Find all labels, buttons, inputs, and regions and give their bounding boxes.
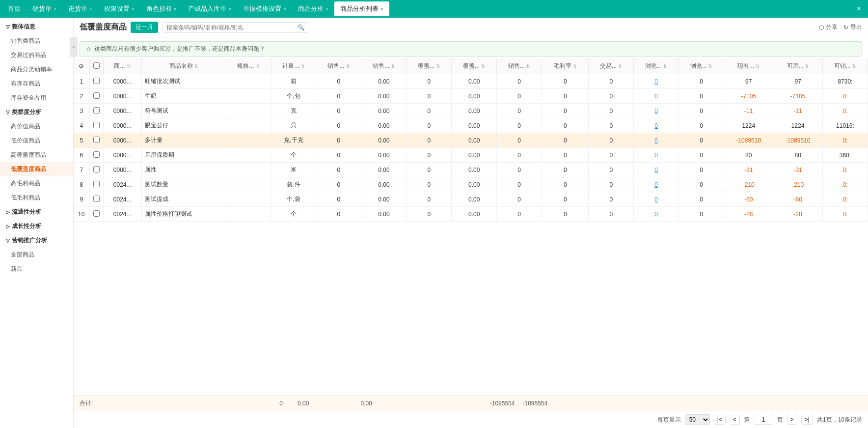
- sidebar-group-growth[interactable]: ▷ 成长性分析: [0, 219, 73, 233]
- col-current-stock[interactable]: 现有... ⇅: [724, 58, 773, 74]
- sidebar-item-high-value[interactable]: 高价值商品: [0, 119, 73, 134]
- cell-browse1[interactable]: 0: [634, 89, 679, 104]
- last-page-button[interactable]: >|: [801, 415, 813, 425]
- cell-checkbox[interactable]: [89, 207, 103, 222]
- nav-tab-warehouse[interactable]: 产成品入库单 ×: [182, 1, 237, 16]
- cell-checkbox[interactable]: [89, 177, 103, 192]
- cell-browse1[interactable]: 0: [634, 104, 679, 118]
- col-coverage2[interactable]: 覆盖... ⇅: [452, 58, 497, 74]
- sidebar-item-low-value[interactable]: 低价值商品: [0, 134, 73, 148]
- col-sales-qty[interactable]: 销售... ⇅: [316, 58, 361, 74]
- cell-checkbox[interactable]: [89, 133, 103, 148]
- first-page-button[interactable]: |<: [714, 415, 726, 425]
- row-checkbox[interactable]: [93, 107, 100, 114]
- nav-tab-analysis[interactable]: 商品分析 ×: [292, 1, 334, 16]
- col-code[interactable]: 商... ⇅: [103, 58, 141, 74]
- share-button[interactable]: ⬡ 分享: [819, 23, 838, 31]
- row-checkbox[interactable]: [93, 196, 100, 202]
- row-checkbox[interactable]: [93, 92, 100, 99]
- page-number-input[interactable]: [754, 415, 773, 425]
- page-size-select[interactable]: 50 100 200: [685, 414, 710, 425]
- row-checkbox[interactable]: [93, 151, 100, 158]
- col-transaction[interactable]: 交易... ⇅: [589, 58, 634, 74]
- sidebar-group-overall[interactable]: ▽ 整体信息: [0, 20, 73, 34]
- nav-tab-template-close[interactable]: ×: [283, 6, 286, 12]
- col-spec[interactable]: 规格... ⇅: [226, 58, 271, 74]
- col-gross-margin[interactable]: 毛利率 ⇅: [542, 58, 589, 74]
- row-checkbox[interactable]: [93, 210, 100, 217]
- sidebar-item-low-margin[interactable]: 低毛利商品: [0, 191, 73, 205]
- col-browse2[interactable]: 浏览... ⇅: [679, 58, 724, 74]
- page-suffix: 页: [777, 416, 783, 424]
- nav-tab-role[interactable]: 角色授权 ×: [140, 1, 183, 16]
- sidebar-item-fund-occupy[interactable]: 库存资金占用: [0, 91, 73, 105]
- nav-tab-analysis-close[interactable]: ×: [326, 6, 328, 12]
- sidebar-group-cluster[interactable]: ▽ 类群度分析: [0, 105, 73, 119]
- sidebar-item-high-coverage[interactable]: 高覆盖度商品: [0, 148, 73, 162]
- nav-tab-analysis-list[interactable]: 商品分析列表 ×: [334, 1, 389, 16]
- nav-tab-purchase-close[interactable]: ×: [89, 6, 92, 12]
- next-page-button[interactable]: >: [787, 415, 797, 425]
- cell-browse1[interactable]: 0: [634, 163, 679, 177]
- data-table-container[interactable]: ⚙ 商... ⇅ 商品名称 ⇅ 规格... ⇅ 计量... ⇅ 销售... ⇅ …: [74, 58, 868, 395]
- cell-checkbox[interactable]: [89, 163, 103, 177]
- col-unit[interactable]: 计量... ⇅: [271, 58, 316, 74]
- sidebar-group-circulation[interactable]: ▷ 流通性分析: [0, 205, 73, 219]
- sidebar-item-in-stock[interactable]: 有库存商品: [0, 77, 73, 91]
- search-icon[interactable]: 🔍: [298, 24, 305, 31]
- cell-checkbox[interactable]: [89, 148, 103, 163]
- col-sales3[interactable]: 销售... ⇅: [497, 58, 542, 74]
- row-checkbox[interactable]: [93, 122, 100, 128]
- sidebar-group-marketing[interactable]: ▽ 营销推广分析: [0, 233, 73, 248]
- col-browse1[interactable]: 浏览... ⇅: [634, 58, 679, 74]
- nav-tab-warehouse-close[interactable]: ×: [228, 6, 231, 12]
- cell-no: 5: [74, 133, 89, 148]
- col-sellable[interactable]: 可销... ⇅: [822, 58, 868, 74]
- row-checkbox[interactable]: [93, 137, 100, 143]
- export-button[interactable]: ↻ 导出: [843, 23, 862, 31]
- row-checkbox[interactable]: [93, 181, 100, 187]
- nav-tab-purchase[interactable]: 进货单 ×: [62, 1, 98, 16]
- table-row: 6 0000... 启用保质期 个 0 0.00 0 0.00 0 0 0 0 …: [74, 148, 868, 163]
- search-input[interactable]: [166, 24, 296, 31]
- cell-checkbox[interactable]: [89, 89, 103, 104]
- col-name[interactable]: 商品名称 ⇅: [141, 58, 226, 74]
- period-button[interactable]: 近一月: [131, 22, 158, 33]
- nav-tab-analysis-list-close[interactable]: ×: [380, 6, 383, 12]
- nav-tab-template[interactable]: 单据模板设置 ×: [237, 1, 292, 16]
- sidebar-item-new-goods[interactable]: 新品: [0, 262, 73, 276]
- cell-browse1[interactable]: 0: [634, 118, 679, 133]
- sidebar-item-all-goods[interactable]: 全部商品: [0, 248, 73, 262]
- sidebar-item-traded-goods[interactable]: 交易过的商品: [0, 48, 73, 62]
- cell-browse1[interactable]: 0: [634, 177, 679, 192]
- nav-tab-role-close[interactable]: ×: [174, 6, 177, 12]
- nav-tab-sales-close[interactable]: ×: [54, 6, 56, 12]
- row-checkbox[interactable]: [93, 78, 100, 84]
- row-checkbox[interactable]: [93, 166, 100, 172]
- sidebar-item-sales-goods[interactable]: 销售类商品: [0, 34, 73, 48]
- prev-page-button[interactable]: <: [730, 415, 740, 425]
- cell-browse1[interactable]: 0: [634, 207, 679, 222]
- col-sales-amt[interactable]: 销售... ⇅: [361, 58, 407, 74]
- sidebar-collapse-button[interactable]: «: [70, 37, 78, 57]
- col-coverage1[interactable]: 覆盖... ⇅: [407, 58, 452, 74]
- nav-tab-permissions-close[interactable]: ×: [132, 6, 135, 12]
- cell-browse1[interactable]: 0: [634, 192, 679, 207]
- sidebar-item-low-coverage[interactable]: 低覆盖度商品: [0, 162, 73, 176]
- cell-checkbox[interactable]: [89, 104, 103, 118]
- nav-tab-sales[interactable]: 销货单 ×: [27, 1, 62, 16]
- select-all-checkbox[interactable]: [93, 62, 100, 69]
- cell-checkbox[interactable]: [89, 192, 103, 207]
- cell-checkbox[interactable]: [89, 118, 103, 133]
- cell-browse1[interactable]: 0: [634, 133, 679, 148]
- nav-tab-permissions[interactable]: 权限设置 ×: [98, 1, 140, 16]
- col-available[interactable]: 可用... ⇅: [773, 58, 822, 74]
- window-close-button[interactable]: ×: [852, 2, 866, 15]
- cell-browse1[interactable]: 0: [634, 74, 679, 89]
- cell-browse1[interactable]: 0: [634, 148, 679, 163]
- col-settings[interactable]: ⚙: [74, 58, 89, 74]
- nav-tab-home[interactable]: 首页: [2, 1, 27, 16]
- cell-checkbox[interactable]: [89, 74, 103, 89]
- sidebar-item-category-rate[interactable]: 商品分类动销率: [0, 62, 73, 77]
- sidebar-item-high-margin[interactable]: 高毛利商品: [0, 176, 73, 191]
